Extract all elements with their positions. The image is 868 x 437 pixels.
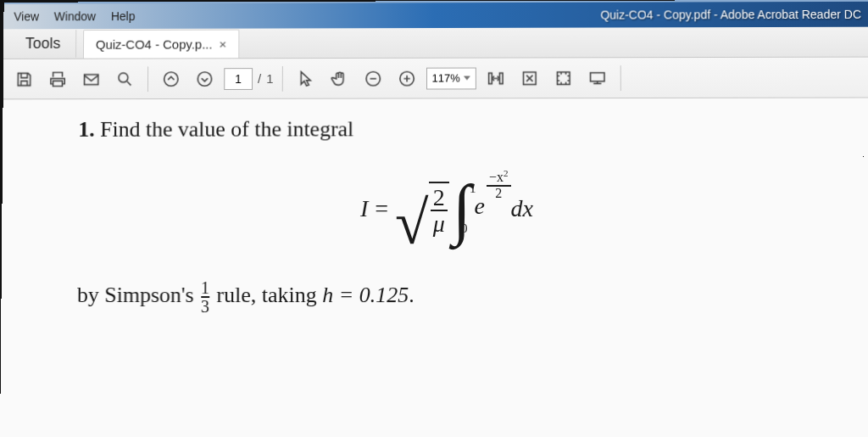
title-bar: View Window Help Quiz-CO4 - Copy.pdf - A… bbox=[3, 0, 868, 29]
tab-close-icon[interactable]: × bbox=[219, 36, 226, 51]
question-number: 1. bbox=[78, 117, 95, 142]
separator bbox=[620, 65, 620, 91]
page-sep: / bbox=[258, 71, 261, 86]
svg-point-3 bbox=[198, 71, 211, 85]
hand-tool-icon[interactable] bbox=[325, 64, 353, 92]
sqrt-wrap: √ 2 μ bbox=[395, 182, 449, 237]
eq-equals: = bbox=[375, 195, 388, 222]
exponent-fraction: −x2 2 bbox=[487, 169, 511, 201]
fit-width-icon[interactable] bbox=[481, 64, 510, 92]
svg-rect-8 bbox=[590, 72, 604, 81]
integral-equation: I = √ 2 μ 1 ∫ 0 e bbox=[77, 162, 819, 256]
page-up-icon[interactable] bbox=[157, 64, 186, 93]
separator bbox=[147, 66, 148, 92]
one-third-fraction: 1 3 bbox=[201, 279, 209, 315]
menu-help[interactable]: Help bbox=[111, 9, 136, 23]
separator bbox=[281, 66, 282, 92]
svg-point-1 bbox=[119, 73, 128, 82]
tab-file[interactable]: Quiz-CO4 - Copy.p... × bbox=[83, 29, 239, 58]
read-mode-icon[interactable] bbox=[582, 64, 611, 92]
zoom-select[interactable]: 117% bbox=[426, 67, 476, 89]
menu-view[interactable]: View bbox=[14, 10, 39, 24]
eq-lhs: I bbox=[360, 195, 368, 222]
print-icon[interactable] bbox=[43, 64, 72, 93]
page-total: 1 bbox=[266, 71, 273, 86]
chevron-down-icon bbox=[464, 76, 470, 81]
page-number-box: / 1 bbox=[224, 68, 273, 90]
window-title: Quiz-CO4 - Copy.pdf - Adobe Acrobat Read… bbox=[600, 8, 868, 22]
email-icon[interactable] bbox=[77, 64, 106, 93]
search-icon[interactable] bbox=[110, 64, 139, 93]
zoom-in-icon[interactable] bbox=[392, 64, 421, 92]
menu-window[interactable]: Window bbox=[54, 9, 96, 23]
svg-point-2 bbox=[164, 72, 178, 86]
toolbar: / 1 117% bbox=[3, 58, 868, 100]
exponential-term: e −x2 2 bbox=[475, 193, 511, 225]
save-icon[interactable] bbox=[10, 64, 39, 93]
integral-sign: 1 ∫ 0 bbox=[453, 183, 471, 234]
fullscreen-icon[interactable] bbox=[548, 64, 577, 92]
svg-rect-7 bbox=[557, 71, 570, 84]
arrow-cursor-icon[interactable] bbox=[291, 64, 320, 92]
document-area[interactable]: 1. Find the value of the integral I = √ … bbox=[0, 98, 868, 437]
question-line: 1. Find the value of the integral bbox=[78, 112, 818, 146]
followup-line: by Simpson's 1 3 rule, taking h = 0.125. bbox=[77, 277, 820, 315]
question-text: Find the value of the integral bbox=[100, 116, 353, 141]
tab-row: Tools Quiz-CO4 - Copy.p... × bbox=[3, 27, 868, 59]
zoom-out-icon[interactable] bbox=[359, 64, 387, 92]
zoom-value: 117% bbox=[432, 72, 460, 85]
sqrt-icon: √ bbox=[395, 205, 429, 242]
fit-page-icon[interactable] bbox=[515, 64, 544, 92]
tab-tools[interactable]: Tools bbox=[10, 30, 76, 58]
dx-term: dx bbox=[511, 195, 534, 222]
tab-file-label: Quiz-CO4 - Copy.p... bbox=[96, 36, 213, 51]
page-current-input[interactable] bbox=[224, 68, 253, 90]
sqrt-fraction: 2 μ bbox=[431, 185, 448, 237]
page-down-icon[interactable] bbox=[191, 64, 220, 93]
